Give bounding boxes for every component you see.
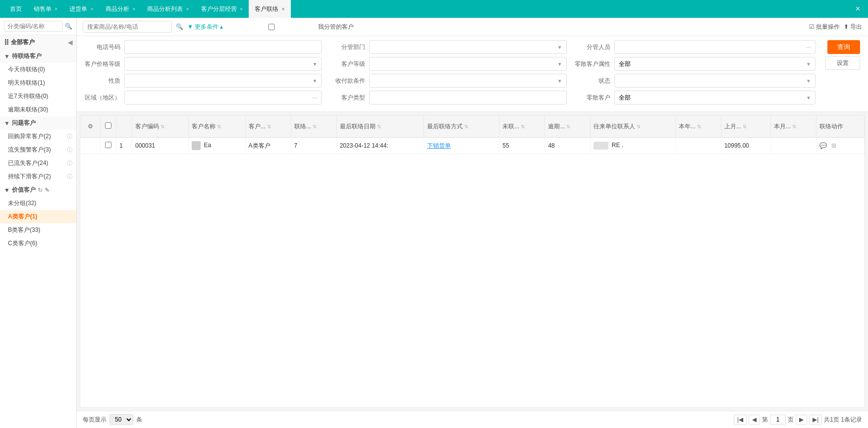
page-number-input[interactable] bbox=[770, 415, 786, 425]
pending-contacts-header[interactable]: ▼ 待联络客户 bbox=[0, 50, 76, 63]
col-last-date[interactable]: 最后联络日期⇅ bbox=[336, 115, 424, 138]
main-layout: 🔍 ⠿ 全部客户 ◀ ▼ 待联络客户 今天待联络(0) 明天待联络(1) 近7天… bbox=[0, 18, 868, 428]
query-button[interactable]: 查询 bbox=[827, 40, 860, 54]
filter-row-1: 电话号码 分管部门 ▼ 分管人员 ··· bbox=[85, 40, 819, 54]
customer-type-input[interactable] bbox=[369, 91, 566, 105]
col-contact[interactable]: 联络...⇅ bbox=[291, 115, 336, 138]
last-page-button[interactable]: ▶| bbox=[809, 415, 822, 425]
sidebar-item-c-class[interactable]: C类客户(6) bbox=[0, 237, 76, 250]
table-area: ⚙ 客户编码⇅ 客户名称⇅ bbox=[80, 115, 865, 408]
collapse-icon[interactable]: ◀ bbox=[68, 39, 72, 46]
col-this-year[interactable]: 本年...⇅ bbox=[675, 115, 721, 138]
table-row: 1 000031 Ea A类客户 7 2023-04-12 14:44: 下销货… bbox=[80, 138, 865, 154]
customer-level-select[interactable]: ▼ bbox=[369, 57, 566, 71]
sidebar-item-tomorrow[interactable]: 明天待联络(1) bbox=[0, 76, 76, 90]
all-customers-header[interactable]: ⠿ 全部客户 ◀ bbox=[0, 35, 76, 50]
close-customer-contact-tab[interactable]: × bbox=[281, 6, 284, 12]
row-last-date: 2023-04-12 14:44: bbox=[336, 138, 424, 154]
sidebar: 🔍 ⠿ 全部客户 ◀ ▼ 待联络客户 今天待联络(0) 明天待联络(1) 近7天… bbox=[0, 18, 77, 428]
problem-customers-header[interactable]: ▼ 问题客户 bbox=[0, 116, 76, 130]
close-sales-tab[interactable]: × bbox=[54, 6, 57, 12]
sidebar-search-icon[interactable]: 🔍 bbox=[65, 23, 72, 30]
sidebar-item-a-class[interactable]: A类客户(1) bbox=[0, 210, 76, 223]
customer-type-field: 客户类型 bbox=[329, 91, 574, 105]
row-last-method[interactable]: 下销货单 bbox=[424, 138, 499, 154]
pagination-area: |◀ ◀ 第 页 ▶ ▶| 共1页 1条记录 bbox=[734, 415, 862, 425]
close-purchase-tab[interactable]: × bbox=[90, 6, 93, 12]
nature-select[interactable]: ▼ bbox=[124, 74, 322, 88]
close-goods-tab[interactable]: × bbox=[132, 6, 135, 12]
region-input[interactable]: ··· bbox=[124, 91, 322, 105]
nav-home[interactable]: 首页 bbox=[4, 0, 28, 18]
table-settings-icon[interactable]: ⚙ bbox=[83, 119, 97, 133]
sidebar-item-7days[interactable]: 近7天待联络(0) bbox=[0, 90, 76, 103]
nav-goods-analysis[interactable]: 商品分析 × bbox=[100, 0, 141, 18]
action-qr-icon[interactable]: ⊞ bbox=[831, 142, 836, 149]
col-this-month[interactable]: 本月...⇅ bbox=[771, 115, 816, 138]
row-type: A类客户 bbox=[245, 138, 291, 154]
col-code[interactable]: 客户编码⇅ bbox=[132, 115, 189, 138]
col-action[interactable]: 联络动作 bbox=[816, 115, 865, 138]
sidebar-item-today[interactable]: 今天待联络(0) bbox=[0, 63, 76, 76]
table-scroll[interactable]: ⚙ 客户编码⇅ 客户名称⇅ bbox=[80, 115, 865, 407]
row-checkbox[interactable] bbox=[105, 142, 111, 148]
row-this-year bbox=[675, 138, 721, 154]
sidebar-item-churned[interactable]: 已流失客户(24) ⓘ bbox=[0, 157, 76, 170]
sidebar-search-input[interactable] bbox=[4, 21, 63, 32]
top-navigation: 首页 销售单 × 进货单 × 商品分析 × 商品分析列表 × 客户分层经营 × … bbox=[0, 0, 868, 18]
retail-attr-select[interactable]: 全部▼ bbox=[614, 57, 815, 71]
retail-customer-select[interactable]: 全部▼ bbox=[614, 91, 815, 105]
payment-select[interactable]: ▼ bbox=[369, 74, 566, 88]
nav-customer-contact[interactable]: 客户联络 × bbox=[249, 0, 290, 18]
dept-select[interactable]: ▼ bbox=[369, 40, 566, 54]
refresh-icon[interactable]: ↻ bbox=[38, 187, 43, 194]
status-select[interactable]: ▼ bbox=[614, 74, 815, 88]
action-chat-icon[interactable]: 💬 bbox=[819, 142, 827, 149]
col-no-contact[interactable]: 未联...⇅ bbox=[499, 115, 545, 138]
top-actions: ☑ 批量操作 ⬆ 导出 bbox=[809, 23, 862, 31]
select-all-checkbox[interactable] bbox=[105, 122, 111, 129]
my-customers-filter[interactable]: 我分管的客户 bbox=[227, 23, 354, 31]
filter-bar: 🔍 ▼ 更多条件 ▴ 我分管的客户 ☑ 批量操作 ⬆ 导出 bbox=[77, 18, 868, 36]
export-button[interactable]: ⬆ 导出 bbox=[844, 23, 862, 31]
sidebar-item-declining[interactable]: 持续下滑客户(2) ⓘ bbox=[0, 170, 76, 183]
sidebar-item-b-class[interactable]: B类客户(33) bbox=[0, 223, 76, 237]
batch-op-button[interactable]: ☑ 批量操作 bbox=[809, 23, 840, 31]
row-seq: 1 bbox=[116, 138, 132, 154]
settings-button[interactable]: 设置 bbox=[825, 56, 860, 70]
sidebar-item-overdue[interactable]: 逾期未联络(30) bbox=[0, 103, 76, 116]
more-filters-button[interactable]: ▼ 更多条件 ▴ bbox=[187, 23, 223, 31]
manager-input[interactable]: ··· bbox=[614, 40, 815, 54]
col-last-method[interactable]: 最后联络方式⇅ bbox=[424, 115, 499, 138]
col-unit-contact[interactable]: 往来单位联系人⇅ bbox=[591, 115, 675, 138]
edit-icon[interactable]: ✎ bbox=[45, 187, 50, 194]
row-overdue: 48 bbox=[545, 138, 591, 154]
search-icon[interactable]: 🔍 bbox=[176, 23, 183, 30]
col-name[interactable]: 客户名称⇅ bbox=[189, 115, 245, 138]
close-customer-tier-tab[interactable]: × bbox=[240, 6, 243, 12]
sidebar-item-unclassified[interactable]: 未分组(32) bbox=[0, 197, 76, 210]
nav-customer-tier[interactable]: 客户分层经营 × bbox=[195, 0, 249, 18]
nav-sales[interactable]: 销售单 × bbox=[28, 0, 63, 18]
close-all-button[interactable]: × bbox=[852, 4, 864, 13]
row-name: Ea bbox=[189, 138, 245, 154]
search-input[interactable] bbox=[83, 21, 172, 33]
sidebar-item-repurchase[interactable]: 回购异常客户(2) ⓘ bbox=[0, 130, 76, 143]
row-unit-contact: RE . bbox=[591, 138, 675, 154]
prev-page-button[interactable]: ◀ bbox=[749, 415, 760, 425]
close-goods-list-tab[interactable]: × bbox=[186, 6, 189, 12]
sidebar-item-churn-warning[interactable]: 流失预警客户(3) ⓘ bbox=[0, 143, 76, 157]
page-size-select[interactable]: 50 bbox=[109, 414, 133, 425]
nav-goods-list[interactable]: 商品分析列表 × bbox=[141, 0, 195, 18]
price-level-select[interactable]: ▼ bbox=[124, 57, 322, 71]
phone-input[interactable] bbox=[124, 40, 322, 54]
col-type[interactable]: 客户...⇅ bbox=[245, 115, 291, 138]
next-page-button[interactable]: ▶ bbox=[796, 415, 807, 425]
my-customers-checkbox[interactable] bbox=[227, 24, 316, 30]
col-overdue[interactable]: 逾期...⇅ bbox=[545, 115, 591, 138]
value-customers-header[interactable]: ▼ 价值客户 ↻ ✎ bbox=[0, 183, 76, 197]
col-last-month[interactable]: 上月...⇅ bbox=[721, 115, 770, 138]
filter-row-3: 性质 ▼ 收付款条件 ▼ 状态 bbox=[85, 74, 819, 88]
nav-purchase[interactable]: 进货单 × bbox=[63, 0, 99, 18]
first-page-button[interactable]: |◀ bbox=[734, 415, 747, 425]
